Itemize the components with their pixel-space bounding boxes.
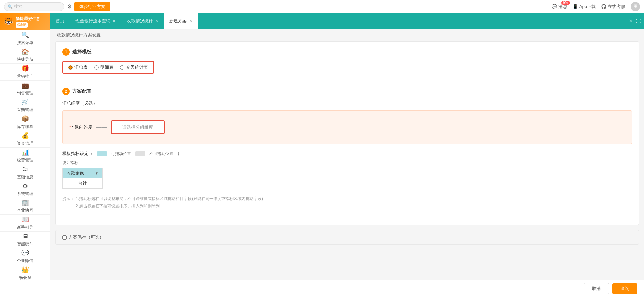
- save-option-row: 方案保存（可选）: [55, 230, 639, 245]
- guide-icon: 📖: [21, 216, 29, 223]
- tip2-spacer: 提示：: [62, 203, 74, 210]
- sidebar-item-guide[interactable]: 📖 新手引导: [0, 215, 50, 232]
- radio-cross-input[interactable]: [120, 65, 124, 70]
- tab-bar: 首页 现金银行流水查询 ✕ 收款情况统计 ✕ 新建方案 ✕ ✕ ⛶: [50, 13, 644, 29]
- radio-summary-input[interactable]: [68, 65, 73, 70]
- sidebar-item-marketing[interactable]: 🎁 营销推广: [0, 64, 50, 81]
- stats-table: 收款金额 ▼ 合计: [62, 168, 103, 189]
- sidebar-item-label: 采购管理: [17, 107, 33, 113]
- sidebar-item-quick-nav[interactable]: 🏠 快捷导航: [0, 47, 50, 64]
- maximize-button[interactable]: ⛶: [636, 18, 641, 24]
- sidebar-item-operation[interactable]: 📊 经营管理: [0, 148, 50, 164]
- stats-table-header[interactable]: 收款金额 ▼: [63, 168, 102, 178]
- sidebar-item-label: 经营管理: [17, 157, 33, 163]
- sidebar-item-inventory[interactable]: 📦 库存核算: [0, 114, 50, 131]
- tab-cashflow[interactable]: 现金银行流水查询 ✕: [70, 13, 121, 29]
- sidebar-item-label: 库存核算: [17, 124, 33, 130]
- sidebar-item-sales[interactable]: 💼 销售管理: [0, 81, 50, 97]
- operation-icon: 📊: [21, 149, 29, 156]
- avatar[interactable]: 用: [631, 2, 640, 11]
- step1-section: 1 选择模板 汇总表 明细表: [62, 48, 632, 74]
- download-item[interactable]: 📱 App下载: [573, 4, 596, 10]
- page-content: 收款情况统计方案设置 1 选择模板 汇总表: [50, 29, 644, 280]
- vertical-dimension-label: * 纵向维度: [69, 124, 92, 130]
- tab-collection-stat[interactable]: 收款情况统计 ✕: [121, 13, 164, 29]
- step1-header: 1 选择模板: [62, 48, 632, 56]
- search-bar[interactable]: 🔍 搜索: [4, 2, 64, 11]
- metrics-section-label-prefix: 模板指标设定（: [62, 151, 93, 157]
- sidebar-item-search-menu[interactable]: 🔍 搜索菜单: [0, 30, 50, 47]
- radio-detail-input[interactable]: [94, 65, 99, 70]
- tab-new-plan[interactable]: 新建方案 ✕: [164, 13, 198, 29]
- sidebar-item-label: 企业协同: [17, 208, 33, 213]
- sidebar-item-finance[interactable]: 💰 资金管理: [0, 131, 50, 148]
- header-left: 🔍 搜索 ⚙ 体验行业方案: [4, 2, 110, 11]
- trial-button[interactable]: 体验行业方案: [74, 2, 110, 11]
- stats-header-text: 收款金额: [67, 170, 84, 176]
- tab-new-plan-label: 新建方案: [169, 18, 187, 24]
- logo-text: 畅捷通好生意: [16, 16, 40, 22]
- tab-new-plan-close-icon[interactable]: ✕: [189, 19, 192, 23]
- tab-collection-stat-close-icon[interactable]: ✕: [155, 19, 158, 23]
- search-placeholder-text: 搜索: [14, 4, 22, 9]
- step2-title: 方案配置: [72, 88, 91, 94]
- radio-cross[interactable]: 交叉统计表: [120, 64, 148, 70]
- cancel-button[interactable]: 取消: [584, 283, 609, 294]
- step1-number: 1: [62, 48, 70, 56]
- base-info-icon: 🗂: [22, 166, 28, 173]
- tips-section: 提示： 1.拖动标题栏可以调整布局，不可跨维度或指标区域拖动栏目字段(只能在同一…: [62, 195, 632, 210]
- tab-home[interactable]: 首页: [50, 13, 70, 29]
- sidebar-item-member[interactable]: 👑 畅会员: [0, 265, 50, 282]
- dimension-select-box[interactable]: 请选择分组维度: [111, 120, 165, 134]
- sidebar-item-label: 基础信息: [17, 174, 33, 180]
- radio-cross-label: 交叉统计表: [126, 64, 148, 70]
- purchase-icon: 🛒: [21, 98, 29, 106]
- stats-total-text: 合计: [78, 181, 87, 186]
- radio-summary[interactable]: 汇总表: [68, 64, 88, 70]
- metrics-section-label-suffix: ）: [177, 151, 182, 157]
- sidebar-item-label: 企业微信: [17, 258, 33, 264]
- tip2-line: 提示： 2.点击标题栏下拉可设置排序、插入列和删除列: [62, 203, 632, 210]
- dimension-area: * 纵向维度 —— 请选择分组维度: [62, 110, 632, 144]
- sidebar-item-wechat[interactable]: 💬 企业微信: [0, 248, 50, 265]
- metrics-section: 模板指标设定（ 可拖动位置 不可拖动位置 ） 统计指标: [62, 151, 632, 189]
- sidebar-item-label: 智能硬件: [17, 241, 33, 247]
- marketing-icon: 🎁: [21, 65, 29, 72]
- not-draggable-hint-text: 不可拖动位置: [149, 151, 173, 157]
- tips-title: 提示：: [62, 195, 74, 203]
- close-window-button[interactable]: ✕: [629, 18, 633, 24]
- step2-section: 2 方案配置 汇总维度（必选） * 纵向维度 —— 请选择分组维度: [62, 88, 632, 210]
- gear-icon[interactable]: ⚙: [67, 3, 72, 10]
- bottom-action-bar: 取消 查询: [50, 280, 644, 297]
- sidebar-item-label: 资金管理: [17, 141, 33, 146]
- sidebar-item-system[interactable]: ⚙ 系统管理: [0, 181, 50, 198]
- sidebar-item-label: 畅会员: [19, 275, 31, 281]
- dimension-section-label: 汇总维度（必选）: [62, 100, 632, 106]
- quick-nav-icon: 🏠: [21, 48, 29, 55]
- message-item[interactable]: 💬 消息 99+: [552, 4, 567, 10]
- radio-summary-label: 汇总表: [74, 64, 88, 70]
- enterprise-icon: 🏢: [21, 199, 29, 206]
- sidebar-item-hardware[interactable]: 🖥 智能硬件: [0, 232, 50, 248]
- download-icon: 📱: [573, 4, 578, 9]
- sidebar-item-base-info[interactable]: 🗂 基础信息: [0, 164, 50, 181]
- search-menu-icon: 🔍: [21, 31, 29, 39]
- step2-number: 2: [62, 88, 70, 95]
- tab-cashflow-close-icon[interactable]: ✕: [112, 19, 116, 23]
- service-item[interactable]: 🎧 在线客服: [601, 4, 625, 10]
- sidebar-logo: 🐯 畅捷通好生意 标准版: [0, 13, 50, 30]
- finance-icon: 💰: [21, 132, 29, 139]
- app-header: 🔍 搜索 ⚙ 体验行业方案 💬 消息 99+ 📱 App下载 🎧 在线客服 用: [0, 0, 644, 13]
- tab-bar-actions: ✕ ⛶: [625, 13, 644, 29]
- save-checkbox[interactable]: [62, 235, 67, 240]
- radio-detail[interactable]: 明细表: [94, 64, 113, 70]
- sidebar-item-purchase[interactable]: 🛒 采购管理: [0, 97, 50, 114]
- query-button[interactable]: 查询: [612, 283, 637, 294]
- sidebar-item-label: 销售管理: [17, 90, 33, 96]
- sidebar-item-label: 营销推广: [17, 73, 33, 79]
- stats-dropdown-arrow-icon: ▼: [95, 171, 98, 175]
- sidebar-item-enterprise[interactable]: 🏢 企业协同: [0, 198, 50, 215]
- inventory-icon: 📦: [21, 115, 29, 122]
- search-icon: 🔍: [8, 4, 13, 9]
- logo-badge: 标准版: [16, 22, 28, 28]
